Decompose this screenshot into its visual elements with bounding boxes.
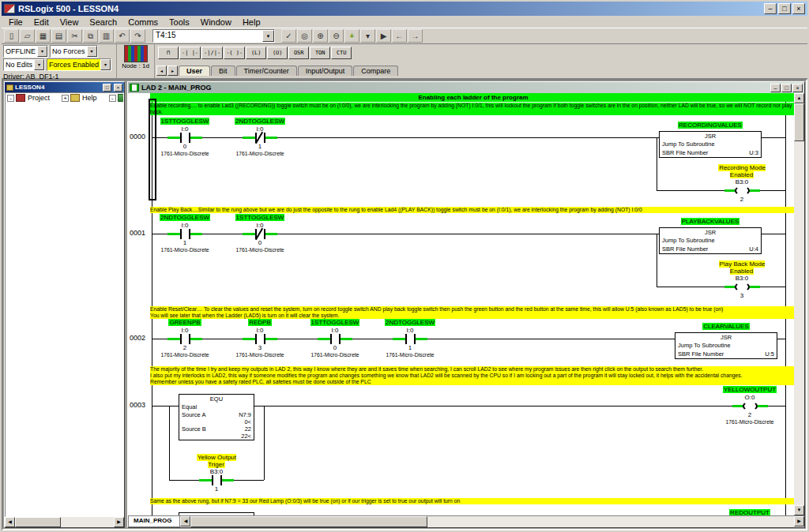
rung-number-0000[interactable]: 0000 [130,133,145,140]
menu-item[interactable]: Search [84,17,122,28]
tab-main-prog[interactable]: MAIN_PROG [128,516,180,527]
dropdown-arrow-icon[interactable]: ▾ [100,59,111,70]
rung-comment-3[interactable]: The majority of the time I try and keep … [150,366,794,385]
rung-number-0002[interactable]: 0002 [130,334,145,342]
counter-icon[interactable]: CTU [331,47,352,59]
nav-back-icon[interactable]: ← [392,29,407,43]
run-icon[interactable]: ▶ [376,29,391,43]
paste-icon[interactable]: ▥ [99,29,114,43]
open-file-icon[interactable]: ▱ [20,29,35,43]
ladder-vertical-scrollbar[interactable]: ▲ ▼ [794,93,804,515]
dropdown-arrow-icon[interactable]: ▾ [37,46,47,57]
maximize-button[interactable]: □ [778,3,791,14]
address-combo[interactable]: T4:15 ▾ [152,29,275,43]
copy-icon[interactable]: ⧉ [83,29,98,43]
rung-comment-1[interactable]: Enable Play Back....Similar to the rung … [150,207,794,213]
rung-comment-2[interactable]: Enable Reset/Clear.... To clear the valu… [150,306,794,319]
coil-latch-icon[interactable]: (L) [246,47,266,59]
ladder-maximize-button[interactable]: □ [781,84,792,92]
cut-icon[interactable]: ✂ [67,29,82,43]
osr-icon[interactable]: OSR [288,47,309,59]
close-button[interactable]: × [792,3,805,14]
equ-instruction-partial[interactable]: EQU [179,512,254,515]
branch-icon[interactable]: ⊓ [158,47,179,59]
coil-redoutput-tag[interactable]: REDOUTPUT [712,509,788,515]
forces-select[interactable]: No Forces▾ [50,45,98,58]
ladder-close-button[interactable]: × [792,84,803,92]
contact-nc-icon[interactable]: -|/|- [201,47,223,59]
menu-item[interactable]: Tools [164,17,195,28]
coil-unlatch-icon[interactable]: (U) [267,47,288,59]
contact-2ndtogglesw[interactable]: 2NDTOGGLESW I:0 1 1761-Micro-Discrete [147,214,223,253]
contact-yellow-output-trigger[interactable]: Yellow Output Triger B3:0 1 [179,454,254,493]
minimize-button[interactable]: – [764,3,777,14]
contact-2ndtogglesw[interactable]: 2NDTOGGLESW I:0 1 1761-Micro-Discrete [372,319,448,358]
nav-forward-icon[interactable]: → [408,29,423,43]
tree-horizontal-scrollbar[interactable]: ◀ ▶ [5,517,124,527]
scroll-left-icon[interactable]: ◀ [5,517,15,527]
jsr-clear-instruction[interactable]: JSR Jump To Subroutine SBR File NumberU:… [675,332,777,359]
menu-item[interactable]: View [55,17,85,28]
contact-2ndtogglesw-nc[interactable]: 2NDTOGGLESW I:0 1 1761-Micro-Discrete [222,118,298,157]
tab-user[interactable]: User [179,66,210,76]
ladder-hscroll-thumb[interactable] [190,516,427,527]
scroll-left-icon[interactable]: ◀ [180,516,190,526]
menu-item[interactable]: Edit [28,17,55,28]
menu-item[interactable]: Comms [122,17,164,28]
contact-redpb[interactable]: REDPB I:0 3 1761-Micro-Discrete [222,319,298,358]
rung-number-0001[interactable]: 0001 [130,229,145,237]
new-file-icon[interactable]: ▯ [4,29,19,43]
contact-1sttogglesw[interactable]: 1STTOGGLESW I:0 0 1761-Micro-Discrete [297,319,373,358]
save-icon[interactable]: ▦ [36,29,51,43]
dropdown-arrow-icon[interactable]: ▾ [87,46,97,57]
tree-close-button[interactable]: × [114,84,122,92]
menu-item[interactable]: File [3,17,28,28]
find-icon[interactable]: ◎ [297,29,312,43]
contact-no-icon[interactable]: -| |- [179,47,201,59]
print-icon[interactable]: ▤ [51,29,66,43]
coil-icon[interactable]: -( )- [224,47,245,59]
tabs-scroll-left-icon[interactable]: ◂ [156,66,167,76]
equ-instruction[interactable]: EQU Equal Source AN7:9 0< Source B22 22< [179,394,254,440]
tree-hscroll-thumb[interactable] [15,517,61,527]
scroll-right-icon[interactable]: ▶ [794,516,804,526]
forces-enabled-select[interactable]: Forces Enabled▾ [47,58,111,71]
ladder-canvas[interactable]: Enabling each ladder of the program Enab… [128,93,794,515]
zoom-out-icon[interactable]: ⊖ [329,29,344,43]
tab-compare[interactable]: Compare [353,66,398,76]
contact-greenpb[interactable]: GREENPB I:0 2 1761-Micro-Discrete [147,319,223,358]
timer-icon[interactable]: TON [310,47,330,59]
new-rung-icon[interactable]: + [344,29,359,43]
rung-comment-4[interactable]: Same as the above rung, but if N7:9 = 33… [150,498,794,504]
scroll-right-icon[interactable]: ▶ [114,517,124,527]
scroll-down-icon[interactable]: ▼ [794,505,804,515]
tree-maximize-button[interactable]: □ [103,84,111,92]
mode-select[interactable]: OFFLINE▾ [3,45,48,58]
tab-bit[interactable]: Bit [211,66,235,76]
coil-yellowoutput[interactable]: YELLOWOUTPUT O:0 2 1761-Micro-Discrete [712,386,788,425]
ladder-minimize-button[interactable]: – [770,84,781,92]
coil-playback-mode[interactable]: Play Back Mode Enabled B3:0 3 [704,260,780,299]
tab-input-output[interactable]: Input/Output [298,66,353,76]
rung-comment-0[interactable]: Enable recording.... to enable Lad3 ((RE… [150,103,794,115]
contact-1sttogglesw-nc[interactable]: 1STTOGGLESW I:0 0 1761-Micro-Discrete [222,214,298,253]
menu-item[interactable]: Window [195,17,237,28]
verify-icon[interactable]: ✓ [281,29,296,43]
dropdown-arrow-icon[interactable]: ▾ [34,59,44,70]
contact-1sttogglesw[interactable]: 1STTOGGLESW I:0 0 1761-Micro-Discrete [147,118,223,157]
menu-item[interactable]: Help [237,17,266,28]
combo-dropdown-icon[interactable]: ▾ [262,30,274,42]
redo-icon[interactable]: ↷ [130,29,145,43]
jsr-recording-instruction[interactable]: JSR Jump To Subroutine SBR File NumberU:… [659,131,762,158]
zoom-in-icon[interactable]: ⊕ [313,29,328,43]
rung-number-0003[interactable]: 0003 [130,401,145,409]
jsr-playback-instruction[interactable]: JSR Jump To Subroutine SBR File NumberU:… [659,227,762,254]
tab-timer-counter[interactable]: Timer/Counter [236,66,297,76]
coil-recording-mode[interactable]: Recording Mode Enabled B3:0 2 [704,164,780,203]
undo-icon[interactable]: ↶ [115,29,130,43]
tabs-scroll-right-icon[interactable]: ▸ [167,66,178,76]
ladder-scroll-thumb[interactable] [794,103,804,141]
scroll-up-icon[interactable]: ▲ [794,93,804,103]
rung-dropdown-icon[interactable]: ▾ [360,29,375,43]
edits-select[interactable]: No Edits▾ [3,58,45,71]
